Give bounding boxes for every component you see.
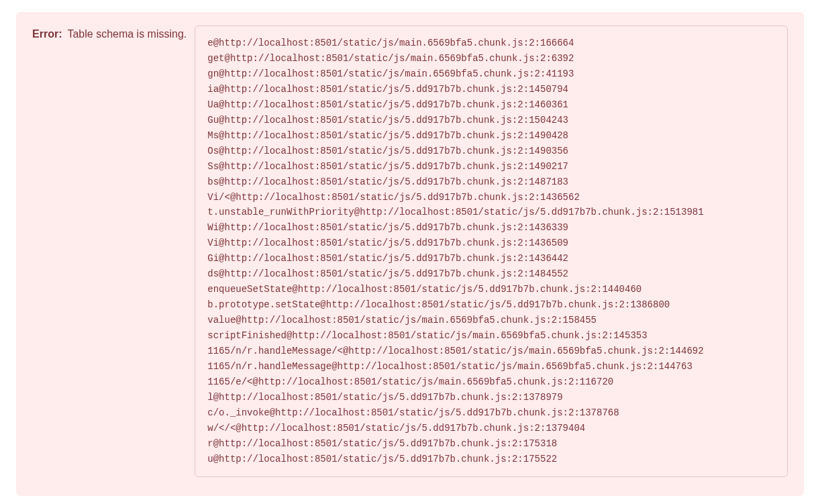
stacktrace-text: e@http://localhost:8501/static/js/main.6…	[207, 36, 775, 467]
error-message: Table schema is missing.	[67, 28, 187, 40]
error-label: Error:	[32, 28, 62, 40]
error-panel: Error: Table schema is missing. e@http:/…	[16, 12, 804, 496]
error-header: Error: Table schema is missing.	[32, 26, 187, 40]
stacktrace-container: e@http://localhost:8501/static/js/main.6…	[195, 26, 788, 477]
